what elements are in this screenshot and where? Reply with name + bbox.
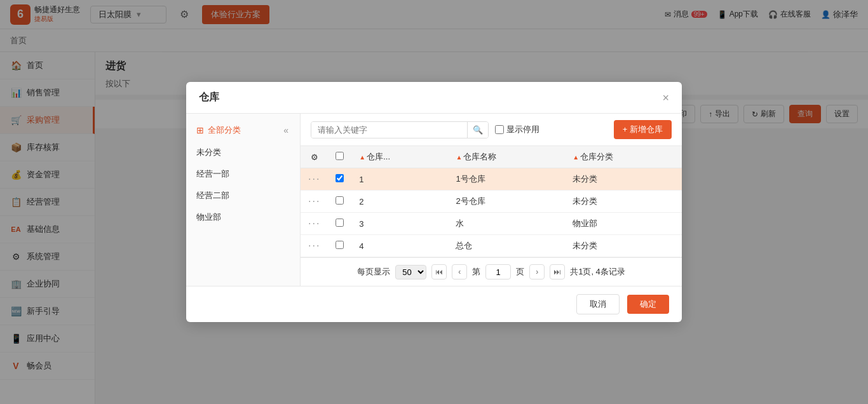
pagination: 每页显示 50 ⏮ ‹ 第 页 › ⏭ 共1页, 4条记录 [301,257,682,286]
add-warehouse-button[interactable]: + 新增仓库 [614,120,672,139]
table-header-row: ⚙ ▲仓库... ▲仓库名称 ▲仓库分类 [301,146,682,168]
table-row[interactable]: ··· 4 总仓 未分类 [301,235,682,257]
row-checkbox[interactable] [336,219,344,227]
row-name: 总仓 [448,235,565,257]
row-checkbox-cell[interactable] [328,235,351,257]
table-row[interactable]: ··· 2 2号仓库 未分类 [301,191,682,213]
search-input[interactable] [311,122,467,138]
row-num: 1 [351,168,448,191]
row-num: 4 [351,235,448,257]
row-checkbox-cell[interactable] [328,191,351,213]
row-checkbox[interactable] [336,196,344,205]
sort-icon: ▲ [359,154,365,161]
per-page-select[interactable]: 50 [395,265,426,279]
warehouse-dialog: 仓库 × ⊞ 全部分类 « 未分类 经营一部 经营二部 物业部 [186,82,682,322]
total-info: 共1页, 4条记录 [570,266,625,278]
category-ops2[interactable]: 经营二部 [186,185,300,206]
show-disabled-checkbox[interactable] [495,125,504,134]
page-number-input[interactable] [485,264,511,279]
row-checkbox-cell[interactable] [328,213,351,235]
next-page-btn[interactable]: › [529,264,545,279]
row-name: 1号仓库 [448,168,565,191]
row-category: 未分类 [565,191,682,213]
row-checkbox[interactable] [336,174,344,182]
row-num: 3 [351,213,448,235]
table-row[interactable]: ··· 1 1号仓库 未分类 [301,168,682,191]
last-page-btn[interactable]: ⏭ [550,264,565,279]
col-name: ▲仓库名称 [448,146,565,168]
table-row[interactable]: ··· 3 水 物业部 [301,213,682,235]
row-name: 水 [448,213,565,235]
modal-overlay[interactable]: 仓库 × ⊞ 全部分类 « 未分类 经营一部 经营二部 物业部 [0,0,868,404]
dialog-title: 仓库 [199,91,219,104]
dialog-footer: 取消 确定 [186,286,682,322]
sort-icon-cat: ▲ [573,154,579,161]
col-code: ▲仓库... [351,146,448,168]
grid-icon: ⊞ [196,125,204,135]
table-body: ··· 1 1号仓库 未分类 ··· 2 2号仓库 未分类 ··· 3 水 物业… [301,168,682,257]
row-name: 2号仓库 [448,191,565,213]
warehouse-table-wrapper: ⚙ ▲仓库... ▲仓库名称 ▲仓库分类 ··· 1 1号仓库 未分类 ··· [301,146,682,257]
category-property[interactable]: 物业部 [186,206,300,228]
row-category: 未分类 [565,235,682,257]
col-category: ▲仓库分类 [565,146,682,168]
show-disabled-label[interactable]: 显示停用 [495,124,539,135]
page-label: 第 [472,266,480,278]
close-icon[interactable]: × [662,92,669,104]
select-all-checkbox[interactable] [336,152,344,160]
prev-page-btn[interactable]: ‹ [452,264,467,279]
dialog-header: 仓库 × [186,82,682,114]
category-ops1[interactable]: 经营一部 [186,163,300,185]
row-more[interactable]: ··· [301,213,328,235]
row-more[interactable]: ··· [301,235,328,257]
col-checkbox [328,146,351,168]
row-more[interactable]: ··· [301,191,328,213]
confirm-button[interactable]: 确定 [627,295,669,314]
sort-icon-name: ▲ [456,154,462,161]
warehouse-table: ⚙ ▲仓库... ▲仓库名称 ▲仓库分类 ··· 1 1号仓库 未分类 ··· [301,146,682,257]
category-unclassified[interactable]: 未分类 [186,142,300,163]
page-unit: 页 [516,266,524,278]
row-category: 未分类 [565,168,682,191]
right-toolbar: 🔍 显示停用 + 新增仓库 [301,114,682,146]
all-category-item[interactable]: ⊞ 全部分类 [196,125,241,136]
col-settings: ⚙ [301,146,328,168]
row-checkbox-cell[interactable] [328,168,351,191]
search-icon[interactable]: 🔍 [467,122,488,138]
collapse-icon[interactable]: « [280,124,292,137]
cancel-button[interactable]: 取消 [576,294,620,314]
per-page-label: 每页显示 [357,266,390,278]
search-box: 🔍 [311,121,489,138]
row-more[interactable]: ··· [301,168,328,191]
row-checkbox[interactable] [336,241,344,249]
category-panel: ⊞ 全部分类 « 未分类 经营一部 经营二部 物业部 [186,114,301,286]
right-panel: 🔍 显示停用 + 新增仓库 ⚙ [301,114,682,286]
first-page-btn[interactable]: ⏮ [431,264,447,279]
row-num: 2 [351,191,448,213]
row-category: 物业部 [565,213,682,235]
dialog-body: ⊞ 全部分类 « 未分类 经营一部 经营二部 物业部 🔍 [186,114,682,286]
panel-header: ⊞ 全部分类 « [186,119,300,142]
